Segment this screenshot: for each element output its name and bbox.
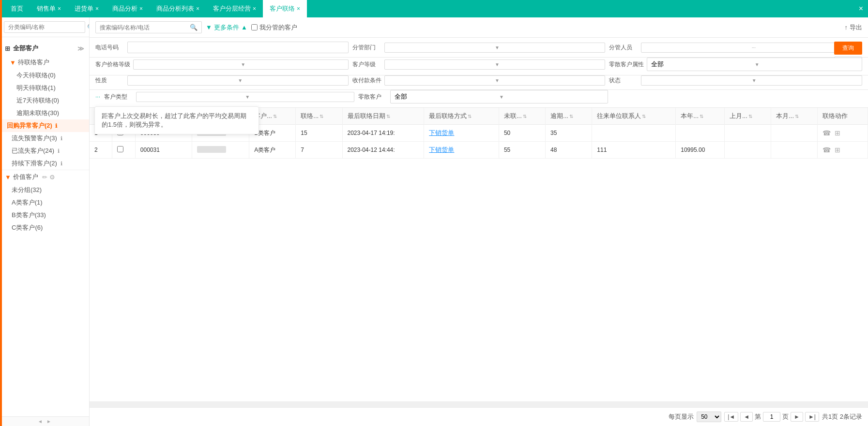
nature-arrow: ▼ [238, 78, 344, 83]
query-button[interactable]: 查询 [834, 42, 862, 55]
phone-input[interactable] [127, 42, 349, 53]
row1-last-month [725, 125, 771, 142]
close-all-button[interactable]: × [859, 4, 863, 13]
first-page-btn[interactable]: |◄ [724, 412, 738, 422]
price-level-filter: 客户价格等级 ▼ [95, 58, 349, 71]
sidebar-content: ⊞ 全部客户 ≫ ▼ 待联络客户 今天待联络(0) 明天待联络(1) 近7天待联… [0, 37, 89, 416]
table-area: ⚙ 客户编码 ⇅ [90, 108, 868, 426]
sidebar-item-b-class[interactable]: B类客户(33) [0, 209, 89, 221]
more-conditions-btn[interactable]: ▼ 更多条件 ▲ [206, 23, 247, 32]
sidebar-item-c-class[interactable]: C类客户(6) [0, 221, 89, 234]
nav-customer-contact[interactable]: 客户联络 × [263, 0, 307, 17]
dept-select[interactable]: ▼ [384, 43, 606, 53]
row2-uncontacted: 55 [499, 142, 545, 159]
retail-attr-arrow: ▼ [755, 62, 858, 67]
nav-customer-tier[interactable]: 客户分层经营 × [206, 0, 263, 17]
status-select[interactable]: ▼ [641, 75, 862, 86]
price-level-select[interactable]: ▼ [133, 59, 349, 70]
row1-last-method[interactable]: 下销货单 [424, 125, 499, 142]
row2-seq: 2 [90, 142, 112, 159]
sidebar-item-7days-contact[interactable]: 近7天待联络(0) [5, 94, 89, 107]
nav-sales-close[interactable]: × [58, 5, 61, 12]
nav-sales[interactable]: 销售单 × [30, 0, 68, 17]
my-customers-checkbox[interactable] [251, 24, 258, 30]
row2-select-checkbox[interactable] [117, 146, 123, 152]
sidebar-item-ungroup[interactable]: 未分组(32) [0, 184, 89, 196]
retail-attr-select[interactable]: 全部 ▼ [647, 58, 862, 71]
row1-actions: ☎ ⊞ [818, 125, 868, 142]
retail-customer-select[interactable]: 全部 ▼ [390, 90, 609, 103]
nav-customer-tier-close[interactable]: × [253, 5, 256, 12]
settings-icon[interactable]: ⚙ [49, 174, 55, 181]
row2-contact-icon[interactable]: ☎ [822, 146, 831, 154]
sidebar-collapse-icon[interactable]: ≫ [77, 45, 84, 52]
last-date-sort-icon[interactable]: ⇅ [386, 114, 390, 119]
nav-customer-contact-close[interactable]: × [297, 5, 300, 12]
contact-sort-icon[interactable]: ⇅ [320, 114, 323, 119]
sidebar-item-tomorrow-contact[interactable]: 明天待联络(1) [5, 82, 89, 94]
nav-purchase-close[interactable]: × [95, 5, 99, 12]
sidebar-item-decline[interactable]: 持续下滑客户(2) ℹ [0, 157, 89, 170]
last-month-sort-icon[interactable]: ⇅ [748, 114, 752, 119]
export-button[interactable]: ↑ 导出 [845, 23, 863, 32]
sidebar-item-repeat-abnormal[interactable]: 回购异常客户(2) ℹ [0, 119, 89, 132]
decline-info-icon[interactable]: ℹ [61, 161, 62, 166]
last-page-btn[interactable]: ►| [805, 412, 819, 422]
lost-warning-info-icon[interactable]: ℹ [61, 135, 62, 141]
this-month-sort-icon[interactable]: ⇅ [795, 114, 799, 119]
chevron-up-icon: ▲ [241, 24, 247, 31]
row1-contact-icon[interactable]: ☎ [822, 129, 831, 137]
contact-person-sort-icon[interactable]: ⇅ [642, 114, 646, 119]
page-number-input[interactable] [763, 412, 780, 422]
sidebar-item-overdue-contact[interactable]: 逾期未联络(30) [5, 107, 89, 119]
advanced-filter-row4: ··· 客户类型 ▼ 零散客户 全部 ▼ [90, 90, 868, 108]
scroll-right-icon[interactable]: ► [46, 419, 51, 424]
content-area: 🔍 ▼ 更多条件 ▲ 我分管的客户 ↑ 导出 电话号码 分管部 [90, 17, 868, 426]
edit-icon[interactable]: ✏ [42, 174, 47, 181]
sidebar-bottom: ◄ ► [0, 416, 89, 426]
sidebar: 🔍 ⊞ 全部客户 ≫ ▼ 待联络客户 今天待联络(0) 明天待联络(1) [0, 17, 90, 426]
nav-purchase[interactable]: 进货单 × [68, 0, 106, 17]
level-sort-icon[interactable]: ⇅ [273, 114, 277, 119]
page-size-select[interactable]: 50 100 200 [697, 411, 721, 422]
uncontacted-sort-icon[interactable]: ⇅ [523, 114, 527, 119]
more-fields-btn[interactable]: ··· [95, 93, 100, 100]
status-filter: 状态 ▼ [609, 75, 862, 86]
row2-last-date: 2023-04-12 14:44: [342, 142, 424, 159]
next-page-btn[interactable]: ► [791, 412, 803, 422]
prev-page-btn[interactable]: ◄ [740, 412, 753, 422]
search-input[interactable] [100, 24, 190, 31]
row2-more-icon[interactable]: ⊞ [835, 146, 840, 154]
row2-last-method[interactable]: 下销货单 [424, 142, 499, 159]
sidebar-item-a-class[interactable]: A类客户(1) [0, 196, 89, 209]
info-icon[interactable]: ℹ [55, 123, 57, 129]
manager-select[interactable]: ··· [641, 43, 862, 53]
search-icon[interactable]: 🔍 [190, 24, 198, 31]
my-customers-filter[interactable]: 我分管的客户 [251, 23, 297, 32]
nav-product-analysis-close[interactable]: × [139, 5, 143, 12]
pending-contact-title[interactable]: ▼ 待联络客户 [5, 56, 89, 69]
col-last-month: 上月... ⇅ [725, 108, 771, 125]
sidebar-search-input[interactable] [4, 21, 85, 33]
dept-filter: 分管部门 ▼ [352, 42, 606, 53]
this-year-sort-icon[interactable]: ⇅ [700, 114, 703, 119]
table-container[interactable]: ⚙ 客户编码 ⇅ [90, 108, 868, 401]
customer-level-select[interactable]: ▼ [384, 59, 606, 70]
horizontal-scrollbar[interactable] [90, 401, 868, 407]
nature-select[interactable]: ▼ [127, 75, 349, 86]
row1-more-icon[interactable]: ⊞ [835, 129, 840, 137]
scroll-left-icon[interactable]: ◄ [38, 419, 43, 424]
nav-product-analysis-list-close[interactable]: × [196, 5, 199, 12]
sidebar-all-customers[interactable]: ⊞ 全部客户 ≫ [0, 41, 89, 56]
already-lost-info-icon[interactable]: ℹ [58, 148, 60, 154]
sidebar-item-already-lost[interactable]: 已流失客户(24) ℹ [0, 145, 89, 157]
customer-type-select[interactable]: ▼ [136, 92, 354, 102]
sidebar-item-lost-warning[interactable]: 流失预警客户(3) ℹ [0, 132, 89, 145]
nav-product-analysis[interactable]: 商品分析 × [106, 0, 150, 17]
nav-home[interactable]: 首页 [4, 0, 30, 17]
payment-select[interactable]: ▼ [384, 75, 606, 86]
overdue-sort-icon[interactable]: ⇅ [569, 114, 573, 119]
nav-product-analysis-list[interactable]: 商品分析列表 × [150, 0, 206, 17]
sidebar-item-today-contact[interactable]: 今天待联络(0) [5, 69, 89, 82]
last-method-sort-icon[interactable]: ⇅ [468, 114, 472, 119]
